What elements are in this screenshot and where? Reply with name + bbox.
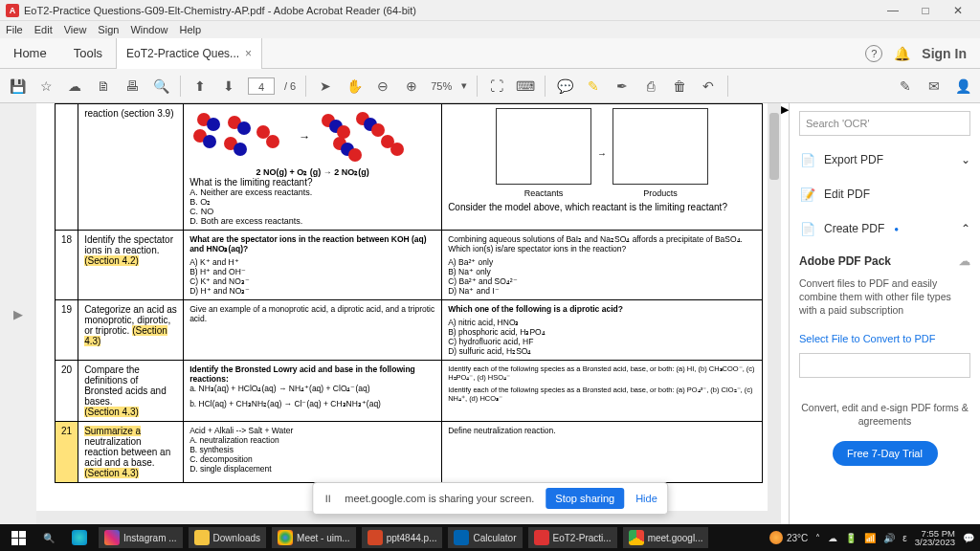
- tray-volume-icon[interactable]: 🔊: [883, 533, 895, 543]
- pack-desc: Convert files to PDF and easily combine …: [799, 276, 970, 318]
- window-title: EoT2-Practice Questions-G09-Elt-Chemistr…: [24, 5, 416, 16]
- q21-section: (Section 4.3): [84, 468, 139, 478]
- comment-icon[interactable]: 💬: [555, 77, 574, 96]
- tray-language[interactable]: ε: [902, 533, 906, 543]
- q21-desc1: Summarize a: [84, 426, 141, 436]
- menu-window[interactable]: Window: [130, 24, 167, 35]
- page-down-icon[interactable]: ⬇: [219, 77, 238, 96]
- nav-bar: Home Tools EoT2-Practice Ques... × ? 🔔 S…: [0, 38, 980, 69]
- maximize-button[interactable]: □: [909, 0, 942, 21]
- help-icon[interactable]: ?: [865, 45, 882, 62]
- q21-r: Define neutralization reaction.: [442, 422, 763, 483]
- taskbar-chrome[interactable]: meet.googl...: [623, 527, 709, 548]
- mail-icon[interactable]: ✉: [924, 77, 944, 96]
- q19-num: 19: [56, 300, 78, 361]
- menu-edit[interactable]: Edit: [34, 24, 53, 35]
- nav-home[interactable]: Home: [0, 38, 60, 69]
- menu-file[interactable]: File: [6, 24, 23, 35]
- q18-rD: D) Na⁺ and I⁻: [448, 286, 756, 296]
- share-pause-icon[interactable]: ⏸: [323, 493, 333, 504]
- sign-in-button[interactable]: Sign In: [922, 46, 967, 61]
- taskbar-instagram[interactable]: Instagram ...: [99, 527, 183, 548]
- hide-share-button[interactable]: Hide: [635, 493, 657, 504]
- files-icon[interactable]: 🗎: [94, 77, 113, 96]
- zoom-dropdown-icon[interactable]: ▾: [461, 79, 467, 92]
- export-pdf-button[interactable]: 📄 Export PDF ⌄: [799, 145, 970, 174]
- taskbar-calculator[interactable]: Calculator: [448, 527, 522, 548]
- draw-icon[interactable]: ✎: [896, 77, 915, 96]
- save-icon[interactable]: 💾: [8, 77, 27, 96]
- undo-icon[interactable]: ↶: [699, 77, 718, 96]
- sign-icon[interactable]: ✒: [612, 77, 632, 96]
- right-panel: Search 'OCR' 📄 Export PDF ⌄ 📝 Edit PDF 📄…: [789, 103, 980, 524]
- create-pdf-button[interactable]: 📄 Create PDF ● ⌃: [799, 214, 970, 243]
- search-input[interactable]: Search 'OCR': [799, 111, 970, 136]
- zoom-level[interactable]: 75%: [431, 80, 452, 92]
- file-select-box[interactable]: [799, 353, 970, 378]
- opt-d: D. Both are excess reactants.: [189, 216, 435, 226]
- zoom-out-icon[interactable]: ⊖: [373, 77, 392, 96]
- tray-onedrive-icon[interactable]: ☁: [828, 533, 837, 543]
- q18-rB: B) Na⁺ only: [448, 267, 756, 276]
- page-up-icon[interactable]: ⬆: [190, 77, 210, 96]
- taskbar-search[interactable]: 🔍: [37, 527, 60, 548]
- profile-icon[interactable]: 👤: [953, 77, 972, 96]
- taskbar-acrobat[interactable]: EoT2-Practi...: [528, 527, 617, 548]
- nav-tools[interactable]: Tools: [60, 38, 116, 69]
- tray-notifications-icon[interactable]: 💬: [963, 533, 974, 543]
- hand-icon[interactable]: ✋: [345, 77, 364, 96]
- close-button[interactable]: ✕: [942, 0, 974, 21]
- right-panel-toggle[interactable]: ▶: [781, 103, 789, 524]
- opt-c: C. NO: [189, 207, 435, 216]
- trial-button[interactable]: Free 7-Day Trial: [833, 441, 938, 466]
- edit-pdf-button[interactable]: 📝 Edit PDF: [799, 180, 970, 209]
- menu-view[interactable]: View: [64, 24, 87, 35]
- zoom-in-icon[interactable]: ⊕: [402, 77, 421, 96]
- share-message: meet.google.com is sharing your screen.: [345, 493, 534, 504]
- start-button[interactable]: [6, 527, 32, 548]
- equation: 2 NO(g) + O₂ (g) → 2 NO₂(g): [189, 167, 435, 177]
- print-icon[interactable]: 🖶: [122, 77, 142, 96]
- tray-battery-icon[interactable]: 🔋: [845, 533, 857, 543]
- select-file-label: Select File to Convert to PDF: [799, 333, 970, 344]
- keyboard-icon[interactable]: ⌨: [516, 77, 535, 96]
- vertical-scrollbar[interactable]: [768, 103, 781, 524]
- bell-icon[interactable]: 🔔: [894, 46, 910, 61]
- taskbar-meet[interactable]: Meet - uim...: [272, 527, 356, 548]
- tray-chevron-icon[interactable]: ˄: [815, 533, 820, 543]
- star-icon[interactable]: ☆: [36, 77, 56, 96]
- tab-close-icon[interactable]: ×: [245, 47, 252, 60]
- q18-mD: D) H⁺ and NO₃⁻: [189, 286, 435, 296]
- menu-sign[interactable]: Sign: [98, 24, 119, 35]
- document-tab-label: EoT2-Practice Ques...: [126, 47, 239, 60]
- model-question: Consider the model above, which reactant…: [448, 202, 756, 212]
- taskbar-edge[interactable]: [66, 527, 93, 548]
- document-tab[interactable]: EoT2-Practice Ques... ×: [116, 38, 262, 69]
- minimize-button[interactable]: —: [877, 0, 909, 21]
- taskbar-clock[interactable]: 7:55 PM 3/23/2023: [915, 529, 955, 547]
- scrollbar-thumb[interactable]: [769, 113, 779, 180]
- q18-mB: B) H⁺ and OH⁻: [189, 267, 435, 276]
- taskbar-downloads[interactable]: Downloads: [189, 527, 266, 548]
- reactants-label: Reactants: [490, 188, 597, 198]
- trash-icon[interactable]: 🗑: [670, 77, 689, 96]
- tray-wifi-icon[interactable]: 📶: [864, 533, 876, 543]
- cloud-upload-icon[interactable]: ☁: [65, 77, 84, 96]
- pack-title: Adobe PDF Pack: [799, 254, 891, 268]
- menu-help[interactable]: Help: [180, 24, 202, 35]
- q20-midh: Identify the Bronsted Lowry acid and bas…: [189, 364, 435, 384]
- stamp-icon[interactable]: ⎙: [641, 77, 660, 96]
- pointer-icon[interactable]: ➤: [316, 77, 335, 96]
- search-icon[interactable]: 🔍: [151, 77, 170, 96]
- stop-sharing-button[interactable]: Stop sharing: [546, 488, 624, 509]
- document-area[interactable]: reaction (section 3.9) →: [36, 103, 781, 524]
- highlight-icon[interactable]: ✎: [584, 77, 603, 96]
- left-panel-toggle[interactable]: ▶: [0, 103, 36, 524]
- page-number-input[interactable]: 4: [248, 77, 275, 95]
- taskbar-weather[interactable]: 23°C: [769, 531, 808, 544]
- fit-icon[interactable]: ⛶: [487, 77, 506, 96]
- q19-rq: Which one of the following is a diprotic…: [448, 304, 756, 314]
- edit-icon: 📝: [799, 186, 816, 203]
- taskbar-powerpoint[interactable]: ppt4844.p...: [362, 527, 443, 548]
- q18-rq1: Combining aqueous solutions of BaI₂ and …: [448, 234, 756, 244]
